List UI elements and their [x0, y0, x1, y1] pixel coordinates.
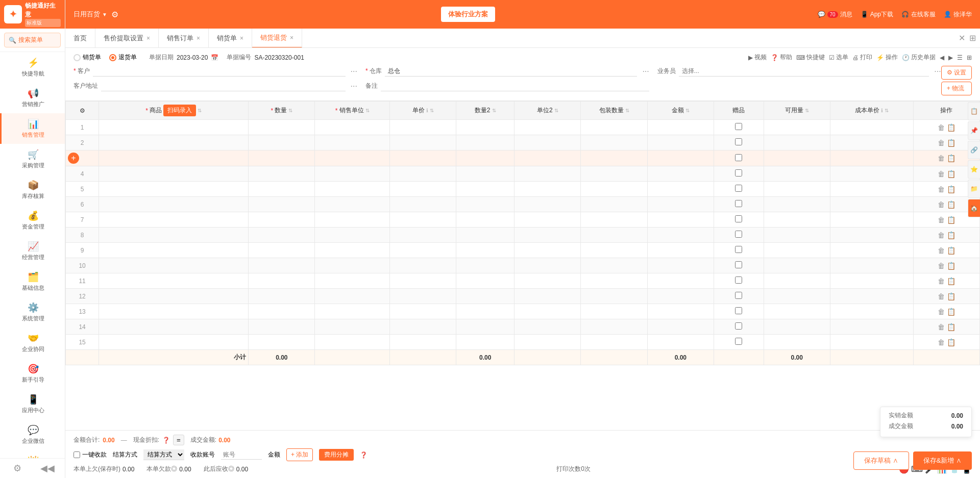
- row-1-qty2[interactable]: [456, 120, 514, 135]
- row-15-delete-icon[interactable]: 🗑: [938, 338, 945, 346]
- sidebar-item-shortcuts[interactable]: ⚡ 快捷导航: [0, 52, 65, 83]
- tab-sales-return-close[interactable]: ×: [290, 34, 293, 41]
- settings-col-icon[interactable]: ⚙: [80, 107, 85, 114]
- row-3-available[interactable]: [764, 150, 830, 166]
- row-1-product[interactable]: [99, 120, 249, 135]
- logistics-button[interactable]: + 物流: [941, 82, 972, 95]
- product-sort-icon[interactable]: ⇅: [198, 108, 202, 113]
- warehouse-input[interactable]: [385, 66, 638, 77]
- row-11-delete-icon[interactable]: 🗑: [938, 277, 945, 285]
- row-9-copy-icon[interactable]: 📋: [947, 246, 955, 255]
- price-sort-icon[interactable]: ⇅: [430, 108, 434, 113]
- row-6-gift-check[interactable]: [735, 200, 742, 207]
- row-5-delete-icon[interactable]: 🗑: [938, 185, 945, 193]
- qty-sort-icon[interactable]: ⇅: [288, 108, 292, 113]
- row-1-unit2[interactable]: [514, 120, 581, 135]
- row-1-amount[interactable]: [647, 120, 714, 135]
- row-1-unit[interactable]: [315, 120, 390, 135]
- row-1-copy-icon[interactable]: 📋: [947, 123, 955, 132]
- row-3-unit[interactable]: [315, 150, 390, 166]
- sidebar-item-wechat[interactable]: 💬 企业微信: [0, 419, 65, 450]
- right-mini-btn-2[interactable]: 📌: [968, 121, 980, 140]
- row-2-delete-icon[interactable]: 🗑: [938, 139, 945, 147]
- row-4-delete-icon[interactable]: 🗑: [938, 170, 945, 178]
- row-2-product[interactable]: [99, 135, 249, 150]
- right-mini-btn-6[interactable]: 🏠: [968, 199, 980, 217]
- row-9-gift-check[interactable]: [735, 246, 742, 253]
- add-payment-button[interactable]: + 添加: [286, 448, 313, 461]
- row-9-delete-icon[interactable]: 🗑: [938, 246, 945, 255]
- row-2-cost[interactable]: [830, 135, 913, 150]
- row-13-copy-icon[interactable]: 📋: [947, 308, 955, 316]
- discount-help-icon[interactable]: ❓: [162, 437, 170, 444]
- row-13-delete-icon[interactable]: 🗑: [938, 308, 945, 316]
- row-1-qty[interactable]: [249, 120, 315, 135]
- sidebar-settings-button[interactable]: ⚙: [4, 463, 31, 474]
- row-14-copy-icon[interactable]: 📋: [947, 323, 955, 331]
- sidebar-item-sales[interactable]: 📊 销售管理: [0, 113, 65, 144]
- account-input[interactable]: [221, 450, 262, 460]
- row-3-product[interactable]: [99, 150, 249, 166]
- next-record-button[interactable]: ▶: [948, 54, 953, 61]
- row-3-gift-check[interactable]: [735, 154, 742, 161]
- pack-sort-icon[interactable]: ⇅: [625, 108, 629, 113]
- tab-sales-order-close[interactable]: ×: [197, 35, 200, 42]
- right-mini-btn-4[interactable]: ⭐: [968, 160, 980, 179]
- search-menu-button[interactable]: 🔍 搜索菜单: [4, 33, 61, 47]
- tab-sales-invoice-close[interactable]: ×: [240, 35, 243, 42]
- prev-record-button[interactable]: ◀: [940, 54, 944, 61]
- row-12-copy-icon[interactable]: 📋: [947, 292, 955, 300]
- row-8-copy-icon[interactable]: 📋: [947, 231, 955, 239]
- row-1-price[interactable]: [389, 120, 456, 135]
- row-2-available[interactable]: [764, 135, 830, 150]
- row-1-gift-check[interactable]: [735, 123, 742, 130]
- row-11-copy-icon[interactable]: 📋: [947, 277, 955, 285]
- row-7-gift-check[interactable]: [735, 215, 742, 222]
- row-6-delete-icon[interactable]: 🗑: [938, 200, 945, 209]
- sidebar-item-member[interactable]: 👑 畅会员: [0, 450, 65, 458]
- row-2-unit2[interactable]: [514, 135, 581, 150]
- payment-method-select[interactable]: 结算方式: [143, 449, 184, 460]
- unit2-sort-icon[interactable]: ⇅: [554, 108, 558, 113]
- sidebar-item-system[interactable]: ⚙️ 系统管理: [0, 297, 65, 328]
- video-help-button[interactable]: ▶ 视频: [748, 53, 767, 62]
- fee-help-icon[interactable]: ❓: [360, 451, 368, 459]
- tab-sales-invoice[interactable]: 销货单 ×: [209, 29, 252, 48]
- row-3-product-input[interactable]: [101, 155, 246, 162]
- row-10-delete-icon[interactable]: 🗑: [938, 262, 945, 270]
- row-3-qty[interactable]: [249, 150, 315, 166]
- row-5-copy-icon[interactable]: 📋: [947, 185, 955, 193]
- tab-close-window-button[interactable]: ✕: [959, 33, 965, 43]
- right-mini-btn-3[interactable]: 🔗: [968, 141, 980, 159]
- tab-sales-return[interactable]: 销货退货 ×: [252, 29, 302, 48]
- row-6-copy-icon[interactable]: 📋: [947, 200, 955, 209]
- row-2-qty2[interactable]: [456, 135, 514, 150]
- user-profile-button[interactable]: 👤 徐泽华: [944, 10, 972, 19]
- row-14-gift-check[interactable]: [735, 322, 742, 330]
- row-13-gift-check[interactable]: [735, 307, 742, 314]
- save-new-button[interactable]: 保存&新增 ∧: [913, 451, 972, 470]
- select-button[interactable]: ☑ 选单: [829, 53, 848, 62]
- row-15-gift-check[interactable]: [735, 338, 742, 345]
- row-5-gift-check[interactable]: [735, 185, 742, 192]
- unit-sort-icon[interactable]: ⇅: [365, 108, 370, 113]
- topbar-settings-icon[interactable]: ⚙: [111, 10, 118, 19]
- row-11-gift-check[interactable]: [735, 276, 742, 284]
- amount-sort-icon[interactable]: ⇅: [685, 108, 690, 113]
- radio-return-invoice[interactable]: 退货单: [109, 53, 137, 62]
- available-sort-icon[interactable]: ⇅: [805, 108, 809, 113]
- row-3-pack[interactable]: [581, 150, 647, 166]
- row-2-copy-icon[interactable]: 📋: [947, 139, 955, 147]
- tab-home[interactable]: 首页: [65, 29, 95, 48]
- row-2-price[interactable]: [389, 135, 456, 150]
- salesman-dots[interactable]: ···: [934, 67, 941, 76]
- right-mini-btn-1[interactable]: 📋: [968, 102, 980, 120]
- customer-input[interactable]: [93, 66, 346, 77]
- shortcuts-help-button[interactable]: ⌨ 快捷键: [796, 53, 825, 62]
- row-7-copy-icon[interactable]: 📋: [947, 216, 955, 224]
- history-button[interactable]: 🕐 历史单据: [902, 53, 936, 62]
- row-3-delete-icon[interactable]: 🗑: [938, 154, 945, 162]
- row-10-gift-check[interactable]: [735, 261, 742, 268]
- row-8-delete-icon[interactable]: 🗑: [938, 231, 945, 239]
- row-1-available[interactable]: [764, 120, 830, 135]
